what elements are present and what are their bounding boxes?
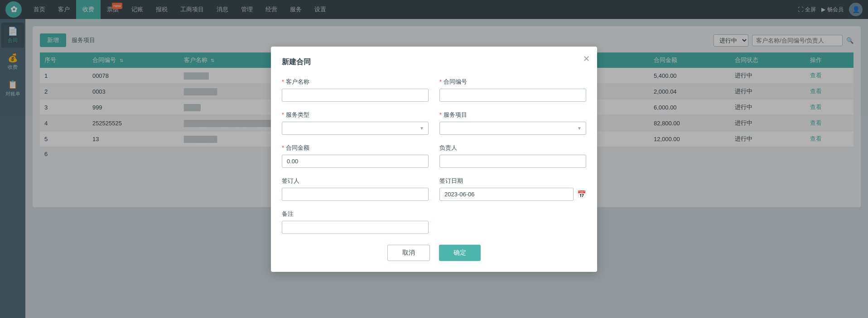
form-row-2: 服务类型 服务项目 [282, 111, 586, 135]
form-field-contract-no: 合同编号 [439, 78, 586, 102]
amount-input[interactable] [282, 155, 429, 168]
modal-footer: 取消 确定 [282, 245, 586, 261]
signer-label: 签订人 [282, 177, 429, 185]
modal-title: 新建合同 [282, 57, 586, 67]
service-item-label: 服务项目 [439, 111, 586, 119]
form-field-responsible-person: 负责人 [439, 144, 586, 168]
form-row-4: 签订人 签订日期 📅 [282, 177, 586, 201]
customer-name-input[interactable] [282, 89, 429, 102]
calendar-icon[interactable]: 📅 [577, 190, 586, 199]
contract-no-label: 合同编号 [439, 78, 586, 86]
customer-name-label: 客户名称 [282, 78, 429, 86]
service-item-select-wrapper [439, 122, 586, 135]
service-type-select-wrapper [282, 122, 429, 135]
modal-overlay: 新建合同 ✕ 客户名称 合同编号 服务类型 服务项目 [0, 0, 868, 318]
amount-label: 合同金额 [282, 144, 429, 152]
form-row-3: 合同金额 负责人 [282, 144, 586, 168]
cancel-button[interactable]: 取消 [387, 245, 430, 261]
responsible-person-label: 负责人 [439, 144, 586, 152]
form-field-notes: 备注 [282, 210, 429, 234]
form-row-5: 备注 [282, 210, 586, 234]
new-contract-modal: 新建合同 ✕ 客户名称 合同编号 服务类型 服务项目 [271, 47, 597, 272]
sign-date-input[interactable] [439, 188, 574, 201]
notes-input[interactable] [282, 221, 429, 234]
sign-date-label: 签订日期 [439, 177, 586, 185]
form-field-signer: 签订人 [282, 177, 429, 201]
form-field-sign-date: 签订日期 📅 [439, 177, 586, 201]
form-field-customer-name: 客户名称 [282, 78, 429, 102]
form-field-service-type: 服务类型 [282, 111, 429, 135]
service-type-select[interactable] [282, 122, 429, 135]
form-field-empty [439, 210, 586, 234]
form-field-service-item: 服务项目 [439, 111, 586, 135]
form-row-1: 客户名称 合同编号 [282, 78, 586, 102]
form-field-amount: 合同金额 [282, 144, 429, 168]
service-type-label: 服务类型 [282, 111, 429, 119]
notes-label: 备注 [282, 210, 429, 218]
contract-no-input[interactable] [439, 89, 586, 102]
responsible-person-input[interactable] [439, 155, 586, 168]
signer-input[interactable] [282, 188, 429, 201]
service-item-select[interactable] [439, 122, 586, 135]
confirm-button[interactable]: 确定 [439, 245, 481, 261]
modal-close-button[interactable]: ✕ [583, 54, 590, 64]
